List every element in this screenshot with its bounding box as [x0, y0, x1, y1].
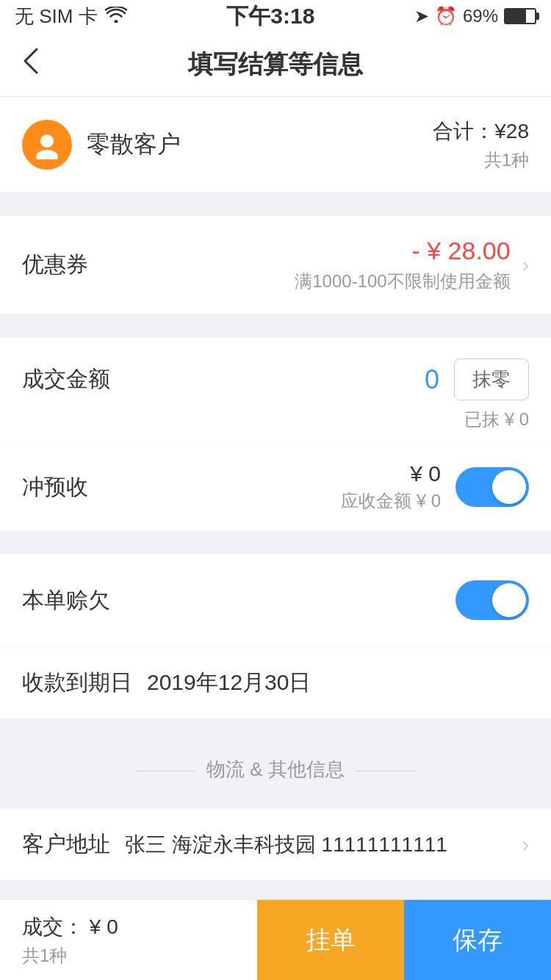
status-time: 下午3:18 [226, 1, 314, 32]
battery-icon [504, 8, 536, 24]
transaction-row: 成交金额 0 抹零 [0, 338, 551, 408]
divider-4 [0, 730, 551, 742]
bottom-bar: 成交： ¥ 0 共1种 挂单 保存 [0, 899, 551, 980]
debt-label: 本单赊欠 [22, 586, 110, 616]
coupon-sub: 满1000-100不限制使用金额 [295, 270, 510, 293]
transaction-value[interactable]: 0 [425, 364, 439, 395]
svg-point-1 [36, 150, 58, 159]
due-date-row: 收款到期日 2019年12月30日 [0, 646, 551, 718]
coupon-discount: - ¥ 28.00 [295, 237, 510, 265]
divider-1 [0, 204, 551, 216]
page-title: 填写结算等信息 [188, 48, 363, 82]
logistics-label: 物流 & 其他信息 [124, 757, 427, 782]
prepay-toggle[interactable] [455, 467, 529, 507]
save-button[interactable]: 保存 [404, 900, 551, 981]
pending-button[interactable]: 挂单 [257, 900, 404, 981]
back-button[interactable] [22, 46, 40, 82]
address-value: 张三 海淀永丰科技园 11111111111 [110, 831, 522, 859]
customer-left: 零散客户 [22, 120, 181, 170]
transaction-sub: 已抹 ¥ 0 [0, 408, 551, 446]
nav-bar: 填写结算等信息 [0, 32, 551, 97]
debt-row: 本单赊欠 [0, 554, 551, 646]
alarm-icon: ⏰ [435, 6, 457, 26]
address-label: 客户地址 [22, 829, 110, 860]
location-icon: ➤ [414, 6, 429, 26]
due-date-value[interactable]: 2019年12月30日 [147, 668, 311, 698]
address-section: 客户地址 张三 海淀永丰科技园 11111111111 › [0, 809, 551, 880]
prepay-amount: ¥ 0 [341, 461, 441, 486]
address-chevron-icon: › [522, 833, 529, 857]
customer-section: 零散客户 合计：¥28 共1种 [0, 97, 551, 192]
debt-section: 本单赊欠 收款到期日 2019年12月30日 [0, 554, 551, 718]
address-row[interactable]: 客户地址 张三 海淀永丰科技园 11111111111 › [0, 809, 551, 880]
divider-5 [0, 797, 551, 809]
coupon-row[interactable]: 优惠券 - ¥ 28.00 满1000-100不限制使用金额 › [0, 216, 551, 314]
transaction-right: 0 抹零 [425, 359, 529, 400]
prepay-row: 冲预收 ¥ 0 应收金额 ¥ 0 [0, 446, 551, 530]
total-count: 共1种 [433, 148, 529, 172]
content: 零散客户 合计：¥28 共1种 优惠券 - ¥ 28.00 满1000-100不… [0, 97, 551, 980]
status-right: ➤ ⏰ 69% [414, 6, 536, 26]
svg-point-0 [40, 134, 54, 148]
transaction-label: 成交金额 [22, 364, 110, 394]
battery-percent: 69% [463, 6, 498, 26]
status-left: 无 SIM 卡 [15, 4, 127, 29]
sim-status: 无 SIM 卡 [15, 4, 98, 29]
divider-3 [0, 542, 551, 554]
transaction-section: 成交金额 0 抹零 已抹 ¥ 0 冲预收 ¥ 0 应收金额 ¥ 0 [0, 338, 551, 530]
bottom-summary: 成交： ¥ 0 共1种 [0, 913, 257, 968]
prepay-right: ¥ 0 应收金额 ¥ 0 [341, 461, 529, 513]
bottom-summary-top: 成交： ¥ 0 [22, 913, 235, 941]
prepay-values: ¥ 0 应收金额 ¥ 0 [341, 461, 441, 513]
status-bar: 无 SIM 卡 下午3:18 ➤ ⏰ 69% [0, 0, 551, 32]
divider-2 [0, 326, 551, 338]
customer-total: 合计：¥28 共1种 [433, 118, 529, 172]
customer-avatar [22, 120, 72, 170]
prepay-label: 冲预收 [22, 472, 88, 502]
coupon-section: 优惠券 - ¥ 28.00 满1000-100不限制使用金额 › [0, 216, 551, 314]
customer-row: 零散客户 合计：¥28 共1种 [0, 97, 551, 192]
wifi-icon [105, 5, 127, 28]
coupon-label: 优惠券 [22, 250, 88, 280]
debt-toggle[interactable] [455, 580, 529, 620]
due-date-label: 收款到期日 [22, 668, 132, 698]
bottom-summary-sub: 共1种 [22, 944, 235, 968]
total-label: 合计：¥28 [433, 118, 529, 145]
round-zero-button[interactable]: 抹零 [454, 359, 529, 400]
customer-name: 零散客户 [87, 129, 181, 161]
chevron-right-icon: › [522, 253, 529, 277]
prepay-sub: 应收金额 ¥ 0 [341, 489, 441, 513]
coupon-right: - ¥ 28.00 满1000-100不限制使用金额 › [295, 237, 529, 293]
logistics-section-label-row: 物流 & 其他信息 [0, 742, 551, 797]
